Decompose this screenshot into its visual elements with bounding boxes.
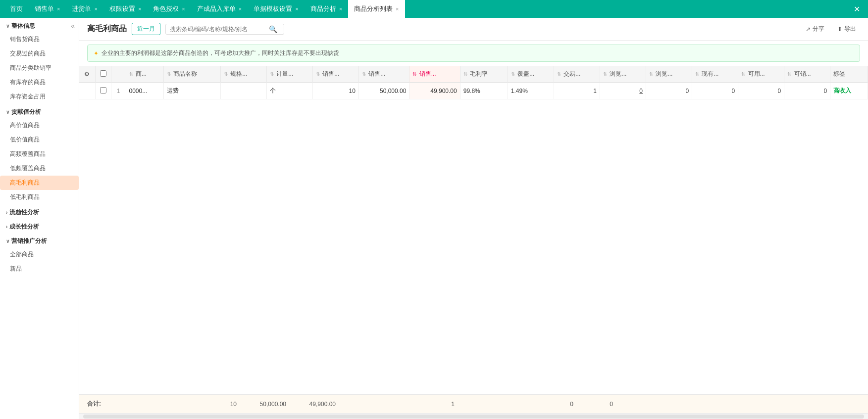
select-all-checkbox[interactable] [100,70,106,77]
sort-icon: ⇅ [167,71,171,77]
col-name[interactable]: ⇅ 商品名称 [164,66,221,83]
close-icon[interactable]: × [239,6,242,12]
window-close-button[interactable]: ✕ [850,4,864,14]
col-sales-profit[interactable]: ⇅ 销售... [409,66,460,83]
sidebar-item-new-goods[interactable]: 新品 [0,262,79,276]
footer-empty2 [378,401,418,408]
col-unit[interactable]: ⇅ 计量... [266,66,312,83]
col-available[interactable]: ⇅ 可用... [738,66,784,83]
nav-template[interactable]: 单据模板设置 × [248,0,304,18]
cell-sellable: 0 [784,83,830,99]
sidebar-item-traded-goods[interactable]: 交易过的商品 [0,47,79,61]
col-code[interactable]: ⇅ 商... [126,66,164,83]
footer-sales-profit: 49,900.00 [289,401,339,408]
sidebar-item-high-value[interactable]: 高价值商品 [0,118,79,133]
col-margin-rate[interactable]: ⇅ 毛利率 [460,66,508,83]
sort-icon: ⇅ [463,71,467,77]
horizontal-scrollbar[interactable] [79,413,868,419]
col-current-stock[interactable]: ⇅ 现有... [692,66,738,83]
sort-icon: ⇅ [362,71,366,77]
close-icon[interactable]: × [94,6,97,12]
cell-checkbox[interactable] [95,83,111,99]
close-icon[interactable]: × [57,6,60,12]
sidebar-item-stock-occupation[interactable]: 库存资金占用 [0,90,79,104]
cell-tag: 高收入 [830,83,868,99]
search-icon[interactable]: 🔍 [269,25,277,33]
nav-goods-analysis-list[interactable]: 商品分析列表 × [348,0,405,18]
cell-transaction: 1 [554,83,600,99]
close-icon[interactable]: × [295,6,298,12]
search-input[interactable] [170,26,269,33]
share-button[interactable]: ↗ 分享 [802,23,828,35]
export-icon: ⬆ [837,26,842,33]
content-area: 高毛利商品 近一月 🔍 ↗ 分享 ⬆ 导出 ✦ 企业的主要的利润都是这部分商品创… [79,18,868,419]
col-sellable[interactable]: ⇅ 可销... [784,66,830,83]
close-icon[interactable]: × [182,6,185,12]
scrollbar-track[interactable] [83,415,864,419]
filter-month-button[interactable]: 近一月 [132,23,160,35]
cell-sales-amount: 50,000.00 [358,83,409,99]
nav-home[interactable]: 首页 [4,0,29,18]
nav-product-inbound[interactable]: 产成品入库单 × [191,0,248,18]
sidebar-item-high-margin[interactable]: 高毛利商品 [0,176,79,190]
sidebar-item-in-stock[interactable]: 有库存的商品 [0,75,79,90]
close-icon[interactable]: × [396,6,399,12]
sidebar-group-trend[interactable]: › 流趋性分析 [0,204,79,219]
cell-margin-rate: 99.8% [460,83,508,99]
export-button[interactable]: ⬆ 导出 [833,23,860,35]
sort-icon: ⇅ [511,71,515,77]
col-settings[interactable]: ⚙ [79,66,95,83]
footer-transaction: 1 [418,401,458,408]
table-container[interactable]: ⚙ ⇅ 商... ⇅ 商品名称 [79,66,868,394]
col-sales-amount[interactable]: ⇅ 销售... [358,66,409,83]
cell-sales-profit: 49,900.00 [409,83,460,99]
sidebar-item-all-goods[interactable]: 全部商品 [0,247,79,262]
close-icon[interactable]: × [138,6,141,12]
share-icon: ↗ [806,26,811,33]
sort-icon: ⇅ [129,71,133,77]
nav-permission[interactable]: 权限设置 × [103,0,147,18]
chevron-down-icon: ∨ [6,109,9,115]
settings-icon[interactable]: ⚙ [84,71,90,78]
row-checkbox[interactable] [100,87,106,93]
nav-sales[interactable]: 销售单 × [29,0,66,18]
sidebar-item-high-freq[interactable]: 高频覆盖商品 [0,147,79,161]
sidebar-group-treasure[interactable]: ∨ 贡献值分析 [0,104,79,118]
sidebar-group-marketing[interactable]: ∨ 营销推广分析 [0,233,79,247]
footer-empty1 [339,401,378,408]
chevron-down-icon: ∨ [6,23,9,29]
sidebar-item-low-margin[interactable]: 低毛利商品 [0,190,79,204]
nav-purchase[interactable]: 进货单 × [66,0,103,18]
cell-available: 0 [738,83,784,99]
cell-code: 0000... [126,83,164,99]
nav-role[interactable]: 角色授权 × [147,0,191,18]
cell-sales-count: 10 [312,83,358,99]
col-spec[interactable]: ⇅ 规格... [220,66,266,83]
sort-icon: ⇅ [224,71,228,77]
cell-current-stock: 0 [692,83,738,99]
footer-available: 0 [576,401,616,408]
close-icon[interactable]: × [339,6,342,12]
nav-goods-analysis[interactable]: 商品分析 × [305,0,348,18]
sidebar-group-growth[interactable]: › 成长性分析 [0,219,79,233]
col-transaction[interactable]: ⇅ 交易... [554,66,600,83]
col-checkbox [95,66,111,83]
sidebar-item-low-freq[interactable]: 低频覆盖商品 [0,161,79,176]
sidebar-group-overall[interactable]: ∨ 整体信息 [0,18,79,32]
sidebar-item-assist-rate[interactable]: 商品分类助销率 [0,61,79,75]
col-browse1[interactable]: ⇅ 浏览... [600,66,646,83]
col-sales-count[interactable]: ⇅ 销售... [312,66,358,83]
col-browse2[interactable]: ⇅ 浏览... [646,66,692,83]
cell-name: 运费 [164,83,221,99]
cell-browse1[interactable]: 0 [600,83,646,99]
sidebar-item-sales-goods[interactable]: 销售货商品 [0,32,79,47]
sort-icon: ⇅ [557,71,561,77]
sidebar-item-low-value[interactable]: 低价值商品 [0,133,79,147]
cell-settings [79,83,95,99]
col-coverage[interactable]: ⇅ 覆盖... [508,66,554,83]
table-row: 1 0000... 运费 个 10 50,000.00 49,900.00 99… [79,83,868,99]
cell-browse2: 0 [646,83,692,99]
cell-spec [220,83,266,99]
footer-sales-count-val: 10 [210,401,240,408]
sidebar-collapse-button[interactable]: « [71,22,75,30]
